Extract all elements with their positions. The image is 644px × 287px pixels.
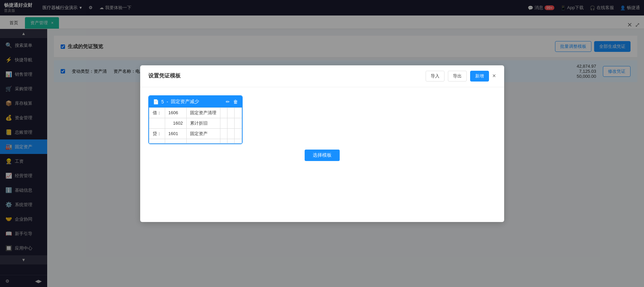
modal-title: 设置凭证模板 [148,72,181,79]
modal-header: 设置凭证模板 导入 导出 新增 × [140,65,504,87]
template-row-1: 借： 1606 固定资产清理 [149,107,242,118]
export-btn[interactable]: 导出 [448,71,467,82]
template-row-3: 贷： 1601 固定资产 [149,128,242,139]
row4-empty4 [220,139,227,143]
template-card-header: 📄 5 - 固定资产减少 ✏ 🗑 [149,96,242,107]
select-template-btn[interactable]: 选择模板 [305,150,340,161]
row2-empty2 [227,118,235,128]
row1-side: 借： [149,107,165,118]
edit-icon[interactable]: ✏ [226,99,230,104]
template-card: 📄 5 - 固定资产减少 ✏ 🗑 [148,95,243,144]
template-separator: - [166,99,168,104]
new-btn[interactable]: 新增 [470,71,489,82]
row3-empty2 [227,128,235,139]
row4-empty2 [165,139,187,143]
template-row-4 [149,139,242,143]
row4-empty1 [149,139,165,143]
row3-side: 贷： [149,128,165,139]
modal-body: 📄 5 - 固定资产减少 ✏ 🗑 [140,87,504,222]
modal-backdrop: 设置凭证模板 导入 导出 新增 × [47,29,644,287]
row1-code: 1606 [165,107,187,118]
import-btn[interactable]: 导入 [426,71,444,82]
main-layout: ▲ 🔍 搜索菜单 ⚡ 快捷导航 📊 销售管理 🛒 采购管理 📦 库存核算 💰 资… [0,29,644,287]
row2-empty3 [235,118,242,128]
row3-empty1 [220,128,227,139]
row3-empty3 [235,128,242,139]
content-area: 生成的凭证预览 批量调整模板 全部生成凭证 变动类型：资产清 资产名称：电脑 固… [47,29,644,287]
row2-side [149,118,165,128]
document-icon: 📄 [153,99,159,104]
template-card-body: 借： 1606 固定资产清理 160 [149,107,242,144]
row4-empty6 [235,139,242,143]
row1-empty2 [227,107,235,118]
modal-header-right: 导入 导出 新增 × [426,71,496,82]
template-card-header-actions: ✏ 🗑 [226,99,238,104]
template-table: 借： 1606 固定资产清理 160 [149,107,242,144]
template-id: 5 [161,99,164,104]
template-row-2: 1602 累计折旧 [149,118,242,128]
row3-account: 固定资产 [187,128,220,139]
row2-account: 累计折旧 [187,118,220,128]
row1-empty1 [220,107,227,118]
row1-empty3 [235,107,242,118]
row2-code: 1602 [165,118,187,128]
row4-empty3 [187,139,220,143]
template-card-header-left: 📄 5 - 固定资产减少 [153,99,199,105]
row4-empty5 [227,139,235,143]
template-name: 固定资产减少 [171,99,199,105]
modal-close-btn[interactable]: × [492,72,496,79]
row3-code: 1601 [165,128,187,139]
row2-empty1 [220,118,227,128]
delete-icon[interactable]: 🗑 [233,99,238,104]
modal-set-template: 设置凭证模板 导入 导出 新增 × [140,65,504,222]
row1-account: 固定资产清理 [187,107,220,118]
modal-actions: 导入 导出 新增 [426,71,489,82]
